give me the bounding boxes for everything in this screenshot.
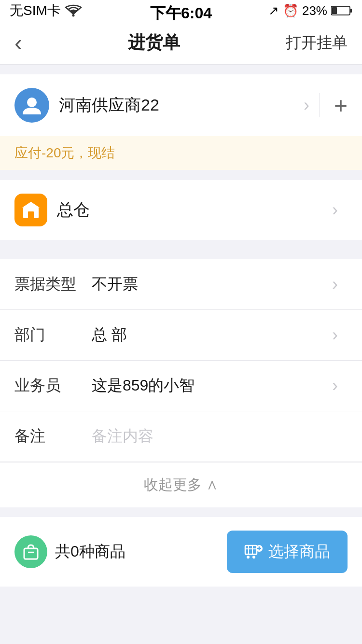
remark-input[interactable]: 备注内容 <box>92 426 348 447</box>
shopping-bag-icon <box>22 543 40 561</box>
select-product-button[interactable]: 选择商品 <box>227 531 348 573</box>
person-icon <box>21 94 43 116</box>
form-row-salesperson[interactable]: 业务员 这是859的小智 › <box>0 361 362 411</box>
bottom-bar: 共0种商品 选择商品 <box>0 517 362 587</box>
department-value: 总 部 <box>92 324 332 346</box>
supplier-section: 河南供应商22 › + 应付-20元，现结 <box>0 74 362 170</box>
warehouse-section: 总仓 › <box>0 180 362 240</box>
select-product-label: 选择商品 <box>268 541 330 562</box>
bill-type-chevron-icon: › <box>332 274 338 294</box>
section-gap-2 <box>0 170 362 180</box>
notice-banner: 应付-20元，现结 <box>0 136 362 170</box>
svg-marker-6 <box>22 202 40 208</box>
supplier-avatar <box>14 88 49 123</box>
svg-rect-7 <box>28 211 34 218</box>
svg-point-4 <box>27 98 37 107</box>
warehouse-row[interactable]: 总仓 › <box>0 180 362 240</box>
alarm-icon: ⏰ <box>283 3 298 18</box>
nav-title: 进货单 <box>128 31 180 55</box>
svg-rect-3 <box>332 7 337 14</box>
svg-point-17 <box>247 556 250 559</box>
svg-rect-2 <box>350 9 352 13</box>
battery-text: 23% <box>302 3 327 18</box>
svg-rect-10 <box>245 546 257 554</box>
section-gap-1 <box>0 65 362 74</box>
department-label: 部门 <box>14 324 82 346</box>
form-row-department[interactable]: 部门 总 部 › <box>0 310 362 361</box>
supplier-name: 河南供应商22 <box>59 94 304 116</box>
status-bar: 无SIM卡 下午6:04 ↗ ⏰ 23% <box>0 0 362 21</box>
svg-point-18 <box>252 556 255 559</box>
svg-rect-8 <box>24 548 38 559</box>
collapse-button[interactable]: 收起更多 ∧ <box>0 462 362 507</box>
cart-plus-icon <box>244 544 263 560</box>
form-row-bill-type[interactable]: 票据类型 不开票 › <box>0 259 362 310</box>
nav-bar: ‹ 进货单 打开挂单 <box>0 21 362 65</box>
supplier-chevron-icon: › <box>304 95 309 115</box>
page-bg-fill <box>0 587 362 644</box>
salesperson-chevron-icon: › <box>332 376 338 396</box>
warehouse-icon <box>21 201 41 219</box>
form-section: 票据类型 不开票 › 部门 总 部 › 业务员 这是859的小智 › 备注 备注… <box>0 259 362 507</box>
wifi-icon <box>65 4 82 17</box>
status-carrier: 无SIM卡 <box>10 1 82 20</box>
open-pending-button[interactable]: 打开挂单 <box>286 32 348 54</box>
carrier-text: 无SIM卡 <box>10 1 61 20</box>
form-row-remark[interactable]: 备注 备注内容 <box>0 411 362 462</box>
back-button[interactable]: ‹ <box>14 29 22 56</box>
svg-point-0 <box>72 14 74 17</box>
collapse-label: 收起更多 ∧ <box>144 476 218 492</box>
bill-type-label: 票据类型 <box>14 274 82 295</box>
remark-label: 备注 <box>14 426 82 447</box>
product-icon-wrap <box>14 535 47 568</box>
section-gap-3 <box>0 240 362 250</box>
battery-icon <box>331 5 352 16</box>
product-count-text: 共0种商品 <box>55 541 125 562</box>
add-supplier-button[interactable]: + <box>334 92 348 119</box>
warehouse-name: 总仓 <box>57 199 332 221</box>
department-chevron-icon: › <box>332 325 338 345</box>
divider-vertical <box>319 93 320 117</box>
salesperson-value: 这是859的小智 <box>92 375 332 396</box>
status-right: ↗ ⏰ 23% <box>268 3 352 18</box>
supplier-row[interactable]: 河南供应商22 › + <box>0 74 362 136</box>
product-count-wrap: 共0种商品 <box>14 535 125 568</box>
salesperson-label: 业务员 <box>14 375 82 396</box>
location-icon: ↗ <box>268 3 279 18</box>
notice-text: 应付-20元，现结 <box>14 145 115 160</box>
warehouse-chevron-icon: › <box>332 200 338 220</box>
warehouse-icon-wrap <box>14 194 47 226</box>
bill-type-value: 不开票 <box>92 274 332 295</box>
status-time: 下午6:04 <box>150 3 212 24</box>
